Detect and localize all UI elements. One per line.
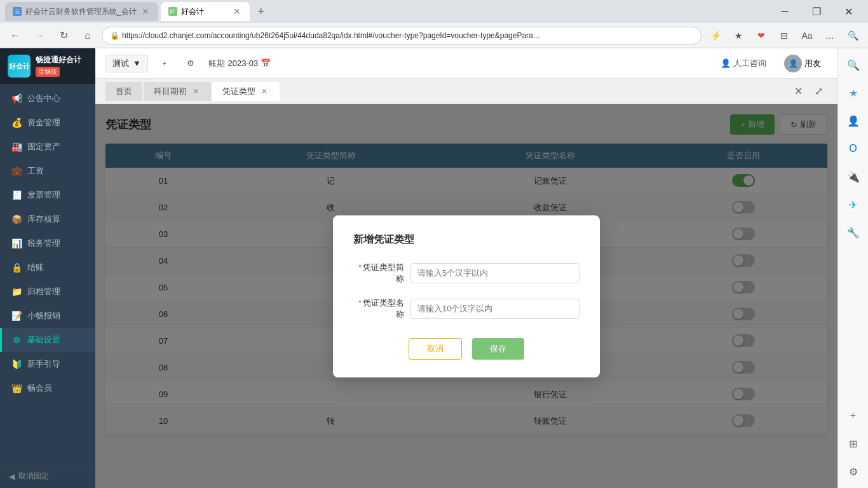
inventory-icon: 📦: [11, 214, 22, 225]
sidebar-item-fixed-assets[interactable]: 🏭 固定资产: [0, 135, 95, 159]
tab-home[interactable]: 首页: [105, 82, 142, 101]
restore-button[interactable]: ❐: [802, 2, 831, 21]
name-form-row: 凭证类型名称: [353, 297, 580, 320]
reload-button[interactable]: ↻: [53, 25, 74, 46]
funds-icon: 💰: [11, 117, 22, 128]
favorites-button[interactable]: ★: [728, 25, 749, 46]
modal-overlay: 新增凭证类型 凭证类型简称 凭证类型名称 取消 保存: [95, 104, 837, 488]
tab-subject-period[interactable]: 科目期初 ✕: [144, 82, 211, 101]
tab2-label: 好会计: [181, 6, 228, 17]
browser-tab-2[interactable]: 好 好会计 ✕: [161, 2, 250, 21]
sidebar-item-inventory[interactable]: 📦 库存核算: [0, 207, 95, 231]
abbr-input[interactable]: [410, 263, 580, 283]
right-panel: 🔍 ★ 👤 O 🔌 ✈ 🔧 + ⊞ ⚙: [837, 48, 868, 488]
sidebar-item-label: 税务管理: [27, 238, 60, 249]
modal-title: 新增凭证类型: [353, 233, 580, 247]
logo-text: 畅捷通好合计: [36, 55, 81, 65]
plus-icon: +: [162, 58, 167, 68]
user-avatar: 👤: [784, 55, 802, 72]
main-content: 测试 ▼ + ⚙ 账期 2023-03 📅 👤 人工咨询: [95, 48, 837, 488]
tab-expand-button[interactable]: ⤢: [810, 83, 827, 100]
tab1-close[interactable]: ✕: [140, 6, 151, 17]
split-button[interactable]: ⊟: [774, 25, 794, 46]
address-input[interactable]: 🔒 https://cloud2.chanjet.com/accounting/…: [102, 27, 702, 44]
right-favorites-button[interactable]: ★: [842, 81, 865, 104]
right-extension2-button[interactable]: 🔧: [842, 221, 865, 244]
sidebar-item-label: 固定资产: [27, 141, 60, 152]
header-settings-button[interactable]: ⚙: [180, 56, 201, 71]
new-tab-button[interactable]: +: [252, 3, 270, 20]
sidebar-item-settings[interactable]: ⚙ 基础设置: [0, 328, 95, 352]
extensions-button[interactable]: ⚡: [705, 25, 726, 46]
fixed-assets-icon: 🏭: [11, 141, 22, 152]
forward-button[interactable]: →: [29, 25, 50, 46]
modal-footer: 取消 保存: [353, 338, 580, 360]
sidebar-item-payroll[interactable]: 💼 工资: [0, 159, 95, 183]
user-label: 用友: [804, 58, 821, 69]
company-name: 测试: [112, 58, 129, 69]
announcement-icon: 📢: [11, 93, 22, 104]
right-search-button[interactable]: 🔍: [842, 53, 865, 76]
search-sidebar-button[interactable]: 🔍: [843, 25, 863, 46]
right-extension-button[interactable]: 🔌: [842, 165, 865, 188]
abbr-label: 凭证类型简称: [353, 262, 410, 285]
reading-view-button[interactable]: Aa: [797, 25, 817, 46]
sidebar-item-label: 畅会员: [27, 383, 52, 394]
save-button[interactable]: 保存: [472, 338, 524, 360]
sidebar-item-invoice[interactable]: 🧾 发票管理: [0, 183, 95, 207]
window-controls: ─ ❐ ✕: [770, 2, 863, 21]
sidebar-item-settlement[interactable]: 🔒 结账: [0, 255, 95, 280]
settings-icon: ⚙: [11, 334, 22, 346]
right-settings-button[interactable]: ⚙: [842, 460, 865, 483]
company-selector[interactable]: 测试 ▼: [105, 55, 148, 72]
minimize-button[interactable]: ─: [770, 2, 799, 21]
sidebar-item-funds[interactable]: 💰 资金管理: [0, 111, 95, 135]
tab-voucher-close[interactable]: ✕: [259, 86, 269, 97]
right-user-button[interactable]: 👤: [842, 109, 865, 132]
sidebar-item-announcement[interactable]: 📢 公告中心: [0, 86, 95, 111]
settlement-icon: 🔒: [11, 262, 22, 273]
guide-icon: 🔰: [11, 358, 22, 370]
cancel-button[interactable]: 取消: [409, 338, 462, 360]
calendar-icon[interactable]: 📅: [261, 58, 271, 68]
right-send-button[interactable]: ✈: [842, 193, 865, 216]
home-button[interactable]: ⌂: [78, 25, 98, 46]
tab-close-panel-button[interactable]: ✕: [789, 83, 807, 100]
collections-button[interactable]: ❤: [751, 25, 771, 46]
right-grid-button[interactable]: ⊞: [842, 432, 865, 455]
tab-subject-close[interactable]: ✕: [191, 86, 201, 97]
sidebar-item-label: 发票管理: [27, 189, 60, 201]
sidebar-footer[interactable]: ◀ 取消固定: [0, 464, 95, 488]
gear-icon: ⚙: [187, 58, 194, 68]
tab-home-label: 首页: [116, 86, 132, 97]
name-label: 凭证类型名称: [353, 297, 410, 320]
browser-tab-1[interactable]: 云 好会计云财务软件管理系统_会计 ✕: [5, 2, 158, 21]
logo-text-area: 畅捷通好合计 流畅版: [36, 55, 81, 77]
sidebar-item-label: 库存核算: [27, 214, 60, 225]
browser-settings-button[interactable]: …: [820, 25, 840, 46]
sidebar-item-tax[interactable]: 📊 税务管理: [0, 231, 95, 255]
tab2-close[interactable]: ✕: [232, 6, 242, 17]
expense-icon: 📝: [11, 310, 22, 322]
sidebar-footer-icon: ◀: [9, 472, 15, 481]
sidebar-item-expense[interactable]: 📝 小畅报销: [0, 304, 95, 328]
abbr-form-row: 凭证类型简称: [353, 262, 580, 285]
add-company-button[interactable]: +: [156, 56, 173, 71]
archive-icon: 📁: [11, 286, 22, 297]
name-input[interactable]: [410, 299, 580, 319]
tab-voucher-type[interactable]: 凭证类型 ✕: [212, 82, 280, 101]
sidebar-item-member[interactable]: 👑 畅会员: [0, 376, 95, 400]
period-info: 账期 2023-03 📅: [208, 58, 271, 69]
consult-button[interactable]: 👤 人工咨询: [714, 55, 773, 72]
right-outlook-button[interactable]: O: [842, 137, 865, 160]
consult-label: 人工咨询: [733, 58, 766, 69]
back-button[interactable]: ←: [5, 25, 25, 46]
right-add-button[interactable]: +: [842, 404, 865, 427]
user-info[interactable]: 👤 用友: [778, 52, 827, 75]
period-value: 2023-03: [227, 58, 258, 68]
sidebar-item-guide[interactable]: 🔰 新手引导: [0, 352, 95, 376]
sidebar-item-label: 小畅报销: [27, 310, 60, 322]
close-button[interactable]: ✕: [834, 2, 863, 21]
sidebar-item-archive[interactable]: 📁 归档管理: [0, 280, 95, 304]
lock-icon: 🔒: [110, 31, 119, 40]
